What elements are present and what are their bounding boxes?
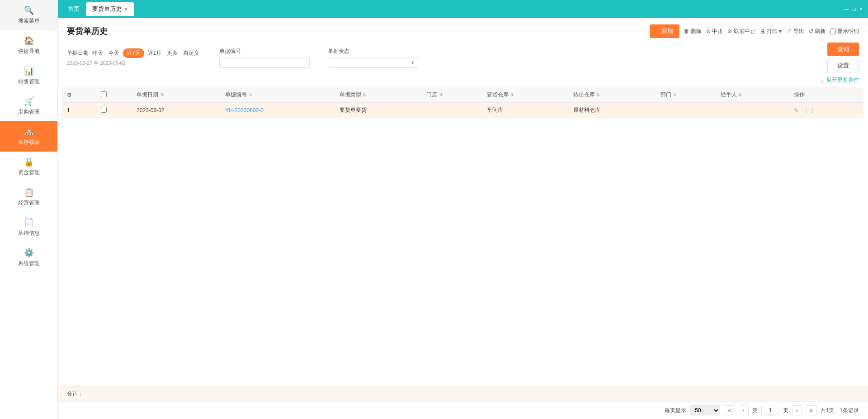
sort-type-icon: ⇅ <box>363 92 366 97</box>
sidebar-item-purchase[interactable]: 🛒采购管理 <box>0 91 57 121</box>
col-no[interactable]: 单据编号 ⇅ <box>221 87 335 103</box>
cancel-stop-button[interactable]: ⊘ 取消中止 <box>727 28 755 35</box>
sidebar-item-search-menu[interactable]: 🔍搜索菜单 <box>0 0 57 30</box>
prev-page-btn[interactable]: ‹ <box>739 405 749 415</box>
date-filter-label: 单据日期 <box>67 49 89 57</box>
sort-req-icon: ⇅ <box>510 92 514 97</box>
col-action: 操作 <box>789 87 863 103</box>
row-checkbox-0[interactable] <box>101 107 107 113</box>
topbar-actions: — □ × <box>844 6 863 12</box>
status-select-wrap <box>328 57 418 68</box>
expand-filter-row: ⌄ 展开更多条件 <box>58 72 868 87</box>
sort-date-icon: ⇅ <box>160 92 164 97</box>
select-all-checkbox[interactable] <box>101 91 107 97</box>
sidebar-icon-sales: 📊 <box>24 66 34 76</box>
order-no-filter-group: 单据编号 <box>219 48 310 68</box>
per-page-select[interactable]: 50 100 200 <box>690 405 720 415</box>
col-dept[interactable]: 部门 ⇅ <box>656 87 716 103</box>
maximize-btn[interactable]: □ <box>853 6 856 12</box>
stop-button[interactable]: ⊘ 中止 <box>706 28 723 35</box>
cell-pending-warehouse-0: 原材料仓库 <box>569 103 656 118</box>
per-page-label: 每页显示 <box>665 407 686 414</box>
sidebar-item-finance[interactable]: 🔒资金管理 <box>0 152 57 182</box>
home-tab[interactable]: 首页 <box>63 2 84 16</box>
sidebar-icon-quick-nav: 🏠 <box>24 36 34 46</box>
sort-shop-icon: ⇅ <box>439 92 443 97</box>
sidebar-item-sales[interactable]: 📊销售管理 <box>0 61 57 91</box>
date-btn-today[interactable]: 今天 <box>107 48 121 58</box>
sort-no-icon: ⇅ <box>249 92 252 97</box>
sort-pending-icon: ⇅ <box>596 92 600 97</box>
page-number-input[interactable] <box>761 406 779 415</box>
sidebar-label-inventory: 库存核算 <box>18 138 40 146</box>
pagination: 每页显示 50 100 200 « ‹ 第 页 › » 共1页，1条记录 <box>58 401 868 419</box>
last-page-btn[interactable]: » <box>806 405 817 415</box>
sidebar: 🔍搜索菜单🏠快捷导航📊销售管理🛒采购管理🏘️库存核算🔒资金管理📋经营管理📄基础信… <box>0 0 58 419</box>
order-no-input[interactable] <box>219 57 310 68</box>
sidebar-label-finance: 资金管理 <box>18 169 40 176</box>
tab-close-icon[interactable]: × <box>124 6 127 12</box>
filter-actions: 查询 设置 <box>827 43 859 72</box>
status-select[interactable] <box>328 57 418 68</box>
edit-icon-0[interactable]: ✎ <box>794 107 799 114</box>
sort-dept-icon: ⇅ <box>673 92 676 97</box>
sidebar-label-basic-info: 基础信息 <box>18 229 40 237</box>
first-page-btn[interactable]: « <box>724 405 735 415</box>
print-button[interactable]: 🖨 打印 ▾ <box>760 28 782 35</box>
setting-button[interactable]: 设置 <box>827 59 859 72</box>
query-button[interactable]: 查询 <box>827 43 859 56</box>
col-type[interactable]: 单据类型 ⇅ <box>335 87 422 103</box>
order-link-0[interactable]: YH-20230602-0 <box>225 107 264 114</box>
sidebar-label-purchase: 采购管理 <box>18 108 40 116</box>
new-button[interactable]: + 新增 <box>650 24 679 38</box>
sidebar-item-inventory[interactable]: 🏘️库存核算 <box>0 121 57 152</box>
export-button[interactable]: ↗ 导出 <box>786 28 804 35</box>
sidebar-item-basic-info[interactable]: 📄基础信息 <box>0 212 57 243</box>
col-date[interactable]: 单据日期 ⇅ <box>132 87 221 103</box>
col-settings[interactable]: ⚙ <box>62 87 96 103</box>
col-handler[interactable]: 经手人 ⇅ <box>716 87 789 103</box>
sidebar-item-operation[interactable]: 📋经营管理 <box>0 182 57 212</box>
cell-req-warehouse-0: 车间库 <box>482 103 569 118</box>
page-last-label: 页 <box>783 407 788 414</box>
cell-type-0: 要货单要货 <box>335 103 422 118</box>
more-icon-0[interactable]: ⋮⋮ <box>803 107 816 114</box>
status-filter-group: 单据状态 <box>328 48 418 68</box>
col-checkbox[interactable] <box>96 87 132 103</box>
date-btn-yesterday[interactable]: 昨天 <box>90 48 105 58</box>
sidebar-icon-search-menu: 🔍 <box>24 5 34 15</box>
window-close-btn[interactable]: × <box>859 6 863 12</box>
col-pending-warehouse[interactable]: 待出仓库 ⇅ <box>569 87 656 103</box>
header-buttons: + 新增 🗑 删除 ⊘ 中止 ⊘ 取消中止 🖨 打印 ▾ ↗ 导出 ↺ 刷新 显… <box>650 24 859 38</box>
date-btn-last7[interactable]: 近7天 <box>123 48 144 58</box>
sidebar-icon-operation: 📋 <box>24 187 34 197</box>
active-tab-label: 要货单历史 <box>92 5 122 13</box>
date-btn-custom[interactable]: 自定义 <box>181 48 201 58</box>
minimize-btn[interactable]: — <box>844 6 849 12</box>
delete-button[interactable]: 🗑 删除 <box>684 28 702 35</box>
action-icons-0: ✎ ⋮⋮ <box>794 107 859 114</box>
cell-index-0: 1 <box>62 103 96 118</box>
sidebar-item-system[interactable]: ⚙️系统管理 <box>0 243 57 273</box>
settings-gear-icon: ⚙ <box>67 92 72 98</box>
topbar: 首页 要货单历史 × — □ × <box>58 0 868 18</box>
filter-row: 单据日期 昨天 今天 近7天 近1月 更多 自定义 2023-05-27 至 2… <box>58 38 868 72</box>
sidebar-label-system: 系统管理 <box>18 260 40 267</box>
sidebar-label-quick-nav: 快捷导航 <box>18 48 40 55</box>
sidebar-item-quick-nav[interactable]: 🏠快捷导航 <box>0 30 57 61</box>
display-detail-checkbox[interactable]: 显示明细 <box>830 28 859 35</box>
date-btn-last1m[interactable]: 近1月 <box>146 48 164 58</box>
next-page-btn[interactable]: › <box>792 405 802 415</box>
cell-shop-0 <box>422 103 482 118</box>
date-btn-more[interactable]: 更多 <box>165 48 179 58</box>
col-req-warehouse[interactable]: 要货仓库 ⇅ <box>482 87 569 103</box>
main-content: 首页 要货单历史 × — □ × 要货单历史 + 新增 🗑 删除 ⊘ 中止 ⊘ … <box>58 0 868 419</box>
expand-more-btn[interactable]: ⌄ 展开更多条件 <box>820 74 859 86</box>
refresh-button[interactable]: ↺ 刷新 <box>809 28 826 35</box>
col-shop[interactable]: 门店 ⇅ <box>422 87 482 103</box>
sidebar-label-operation: 经营管理 <box>18 199 40 207</box>
cell-checkbox-0[interactable] <box>96 103 132 118</box>
display-detail-input[interactable] <box>830 29 836 34</box>
expand-icon: ⌄ <box>820 77 825 83</box>
sidebar-label-search-menu: 搜索菜单 <box>18 17 40 25</box>
